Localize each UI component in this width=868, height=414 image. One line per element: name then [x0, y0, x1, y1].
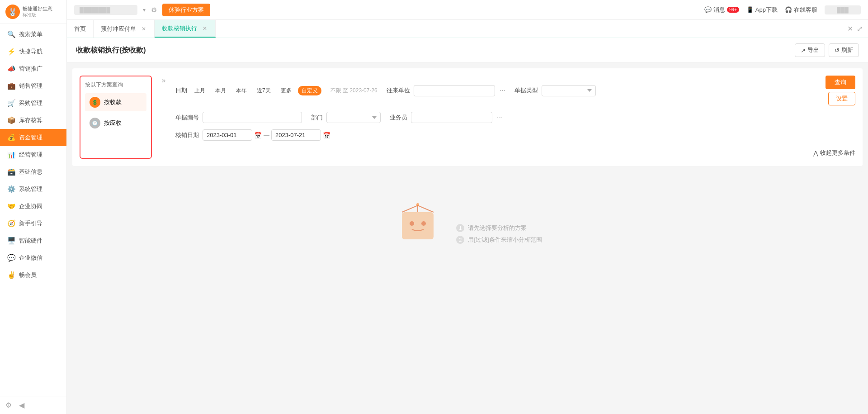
sidebar-item-label: 企业协同: [19, 202, 42, 210]
filter-option-receivable[interactable]: 🕐 按应收: [85, 114, 146, 132]
sidebar-item-label: 快捷导航: [19, 48, 42, 56]
sidebar-item-vip[interactable]: ✌️ 畅会员: [0, 266, 66, 284]
sidebar-item-system[interactable]: ⚙️ 系统管理: [0, 181, 66, 198]
staff-label: 业务员: [390, 114, 407, 122]
sidebar-item-finance[interactable]: 💰 资金管理: [0, 129, 66, 146]
sidebar-item-label: 系统管理: [19, 185, 42, 193]
tip-1-num: 1: [456, 224, 464, 232]
sidebar-item-basic-info[interactable]: 🗃️ 基础信息: [0, 163, 66, 181]
sidebar-item-hardware[interactable]: 🖥️ 智能硬件: [0, 232, 66, 249]
content-body: 1 请先选择要分析的方案 2 用[过滤]条件来缩小分析范围: [72, 171, 863, 271]
sidebar-item-label: 智能硬件: [19, 237, 42, 245]
prev-month-btn[interactable]: 上月: [191, 86, 209, 95]
filter-fields: 日期 上月 本月 本年 近7天 更多 自定义 不限 至 2023-07-26: [175, 76, 855, 159]
refresh-button[interactable]: ↺ 刷新: [829, 43, 859, 57]
close-tab-btn[interactable]: ✕: [847, 24, 853, 33]
filter-doc-no-item: 单据编号: [175, 112, 302, 123]
topbar-gear-icon[interactable]: ⚙: [151, 6, 157, 14]
sidebar-menu: 🔍 搜索菜单 ⚡ 快捷导航 📣 营销推广 💼 销售管理 🛒 采购管理 📦 库存核…: [0, 24, 66, 396]
finance-icon: 💰: [7, 133, 15, 142]
filter-row-1: 日期 上月 本月 本年 近7天 更多 自定义 不限 至 2023-07-26: [175, 76, 855, 105]
staff-ellipsis-icon[interactable]: ···: [497, 114, 503, 122]
sidebar-logo: 🐰 畅捷通好生意 标准版: [0, 0, 66, 24]
sidebar-item-sales[interactable]: 💼 销售管理: [0, 77, 66, 95]
filter-row-2: 单据编号 部门 业务员 ···: [175, 112, 855, 123]
receivable-option-icon: 🕐: [90, 118, 100, 128]
dept-select[interactable]: [326, 112, 381, 123]
topbar-app[interactable]: 📱 App下载: [746, 6, 778, 14]
message-badge: 99+: [727, 7, 739, 13]
filter-doc-type-item: 单据类型: [514, 85, 596, 96]
prepay-tab-close[interactable]: ✕: [141, 26, 147, 32]
partner-ellipsis-icon[interactable]: ···: [500, 86, 505, 95]
verif-date-start-calendar-icon[interactable]: 📅: [254, 132, 262, 139]
home-tab-label: 首页: [74, 25, 86, 33]
page-title: 收款核销执行(按收款): [76, 46, 146, 55]
doc-no-input[interactable]: [203, 112, 302, 123]
logo-badge: 标准版: [23, 12, 52, 18]
staff-input[interactable]: [411, 112, 492, 123]
topbar-service[interactable]: 🎧 在线客服: [785, 6, 817, 14]
sidebar-item-quick-nav[interactable]: ⚡ 快捷导航: [0, 43, 66, 60]
solution-button[interactable]: 休验行业方案: [162, 4, 210, 16]
quick-nav-icon: ⚡: [7, 48, 15, 56]
empty-illustration: [393, 199, 443, 244]
topbar-chevron-icon[interactable]: ▾: [143, 7, 146, 13]
partner-input[interactable]: [414, 85, 495, 96]
settings-bottom-icon[interactable]: ⚙: [5, 401, 12, 409]
doc-type-select[interactable]: [542, 85, 596, 96]
collapse-up-icon: ⋀: [813, 150, 818, 157]
collapse-more-btn[interactable]: ⋀ 收起更多条件: [175, 147, 855, 159]
sidebar-item-search[interactable]: 🔍 搜索菜单: [0, 26, 66, 43]
this-year-btn[interactable]: 本年: [232, 86, 250, 95]
more-btn[interactable]: 更多: [277, 86, 295, 95]
sidebar-item-guide[interactable]: 🧭 新手引导: [0, 215, 66, 232]
custom-btn[interactable]: 自定义: [298, 86, 321, 95]
sidebar-item-label: 采购管理: [19, 99, 42, 107]
enterprise-icon: 🤝: [7, 202, 15, 210]
7days-btn[interactable]: 近7天: [253, 86, 274, 95]
sidebar-item-marketing[interactable]: 📣 营销推广: [0, 60, 66, 77]
export-icon: ↗: [801, 47, 806, 54]
hardware-icon: 🖥️: [7, 237, 15, 245]
verif-date-end-input[interactable]: [271, 129, 321, 141]
tab-collection[interactable]: 收款核销执行 ✕: [155, 20, 216, 38]
this-month-btn[interactable]: 本月: [212, 86, 230, 95]
basic-info-icon: 🗃️: [7, 168, 15, 176]
topbar-message[interactable]: 💬 消息 99+: [704, 6, 739, 14]
content-area: 收款核销执行(按收款) ↗ 导出 ↺ 刷新 按以下方案查询 💲 按收款: [67, 38, 868, 414]
sidebar-bottom: ⚙ ◀: [0, 396, 66, 414]
verif-date-start-input[interactable]: [203, 129, 252, 141]
query-button[interactable]: 查询: [826, 76, 855, 89]
sidebar-item-wechat[interactable]: 💬 企业微信: [0, 249, 66, 266]
sidebar-item-inventory[interactable]: 📦 库存核算: [0, 112, 66, 129]
sidebar-item-label: 搜索菜单: [19, 30, 42, 38]
collection-tab-label: 收款核销执行: [162, 24, 197, 33]
sidebar-item-operations[interactable]: 📊 经营管理: [0, 146, 66, 163]
date-range-text: 不限 至 2023-07-26: [330, 87, 377, 95]
verif-date-end-calendar-icon[interactable]: 📅: [323, 132, 330, 139]
sidebar-item-enterprise[interactable]: 🤝 企业协同: [0, 198, 66, 215]
filter-collapse-left-btn[interactable]: »: [159, 76, 168, 85]
prepay-tab-label: 预付冲应付单: [101, 25, 136, 33]
export-button[interactable]: ↗ 导出: [795, 43, 825, 57]
tab-home[interactable]: 首页: [67, 20, 94, 38]
collapse-sidebar-icon[interactable]: ◀: [19, 401, 24, 409]
wechat-icon: 💬: [7, 254, 15, 262]
date-quick-buttons: 上月 本月 本年 近7天 更多 自定义: [191, 86, 321, 95]
empty-state: 1 请先选择要分析的方案 2 用[过滤]条件来缩小分析范围: [72, 171, 863, 271]
sidebar-item-purchase[interactable]: 🛒 采购管理: [0, 95, 66, 112]
verif-date-range: 📅 — 📅: [203, 129, 330, 141]
topbar-right: 💬 消息 99+ 📱 App下载 🎧 在线客服 ███: [704, 5, 861, 14]
doc-type-label: 单据类型: [514, 86, 538, 95]
svg-point-4: [416, 203, 419, 206]
collection-tab-close[interactable]: ✕: [202, 25, 208, 32]
tab-prepay[interactable]: 预付冲应付单 ✕: [94, 20, 155, 38]
tip-1-text: 请先选择要分析的方案: [468, 224, 527, 232]
refresh-icon: ↺: [835, 47, 840, 54]
page-header: 收款核销执行(按收款) ↗ 导出 ↺ 刷新: [67, 38, 868, 63]
settings-button[interactable]: 设置: [828, 92, 855, 105]
filter-option-receipt[interactable]: 💲 按收款: [85, 93, 146, 111]
expand-tab-btn[interactable]: ⤢: [857, 24, 863, 33]
filter-scheme-panel: 按以下方案查询 💲 按收款 🕐 按应收: [80, 76, 152, 159]
